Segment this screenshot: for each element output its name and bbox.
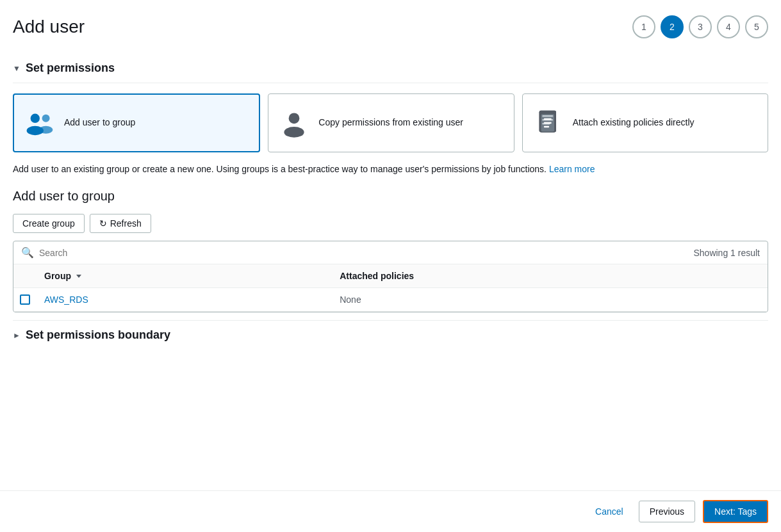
step-5[interactable]: 5	[745, 15, 768, 38]
next-button[interactable]: Next: Tags	[703, 500, 768, 523]
page-container: Add user 1 2 3 4 5 ▼ Set permissions	[0, 0, 781, 532]
add-to-group-label: Add user to group	[64, 117, 135, 129]
svg-point-4	[289, 113, 300, 124]
search-icon: 🔍	[21, 246, 34, 259]
row-group-cell: AWS_RDS	[37, 288, 332, 311]
table-row: AWS_RDS None	[13, 288, 768, 312]
table-header-policies: Attached policies	[332, 264, 768, 287]
boundary-title: Set permissions boundary	[26, 328, 170, 342]
doc-icon	[533, 108, 564, 138]
refresh-icon: ↻	[99, 218, 107, 229]
step-3[interactable]: 3	[689, 15, 712, 38]
search-input-wrapper: 🔍	[21, 246, 693, 259]
copy-permissions-label: Copy permissions from existing user	[318, 117, 463, 129]
users-icon	[24, 108, 55, 138]
permissions-boundary-header[interactable]: ► Set permissions boundary	[13, 328, 768, 342]
search-bar: 🔍 Showing 1 result	[13, 241, 768, 264]
create-group-button[interactable]: Create group	[13, 214, 85, 233]
learn-more-link[interactable]: Learn more	[549, 164, 595, 174]
header-row: Add user 1 2 3 4 5	[13, 15, 768, 38]
step-2[interactable]: 2	[661, 15, 684, 38]
permissions-boundary-section: ► Set permissions boundary	[13, 320, 768, 350]
showing-result: Showing 1 result	[693, 248, 760, 258]
cancel-button[interactable]: Cancel	[588, 501, 631, 522]
svg-point-2	[42, 115, 50, 122]
svg-rect-15	[543, 126, 548, 127]
svg-rect-14	[543, 122, 551, 124]
group-link[interactable]: AWS_RDS	[44, 294, 88, 305]
svg-point-5	[284, 127, 304, 138]
action-buttons: Create group ↻Refresh	[13, 214, 768, 233]
set-permissions-header[interactable]: ▼ Set permissions	[13, 54, 768, 83]
permission-card-copy-permissions[interactable]: Copy permissions from existing user	[268, 93, 514, 152]
permission-card-add-to-group[interactable]: Add user to group	[13, 93, 260, 152]
permission-card-attach-policies[interactable]: Attach existing policies directly	[522, 93, 768, 152]
page-title: Add user	[13, 17, 85, 37]
svg-point-0	[31, 114, 40, 123]
svg-point-3	[39, 126, 53, 134]
section-subtitle: Add user to group	[13, 189, 768, 204]
attach-policies-label: Attach existing policies directly	[573, 117, 695, 129]
row-checkbox-cell	[13, 288, 37, 311]
step-indicators: 1 2 3 4 5	[632, 15, 768, 38]
search-input[interactable]	[39, 248, 231, 258]
row-checkbox[interactable]	[20, 294, 30, 305]
set-permissions-title: Set permissions	[26, 61, 115, 75]
step-4[interactable]: 4	[717, 15, 740, 38]
svg-rect-13	[543, 118, 551, 120]
table-header-group[interactable]: Group	[37, 264, 332, 287]
row-policies-cell: None	[332, 288, 768, 311]
groups-table: Group Attached policies AWS_RDS None	[13, 264, 768, 312]
info-text: Add user to an existing group or create …	[13, 163, 768, 176]
footer-bar: Cancel Previous Next: Tags	[0, 490, 781, 532]
table-header-checkbox	[13, 264, 37, 287]
chevron-down-icon: ▼	[13, 64, 21, 73]
refresh-button[interactable]: ↻Refresh	[90, 214, 151, 233]
person-icon	[279, 108, 309, 138]
sort-icon	[76, 275, 81, 278]
permission-options: Add user to group Copy permissions from …	[13, 93, 768, 152]
step-1[interactable]: 1	[632, 15, 655, 38]
search-container: 🔍 Showing 1 result Group Attached polici…	[13, 241, 768, 312]
chevron-right-icon: ►	[13, 331, 21, 340]
table-header: Group Attached policies	[13, 264, 768, 288]
previous-button[interactable]: Previous	[639, 501, 695, 522]
